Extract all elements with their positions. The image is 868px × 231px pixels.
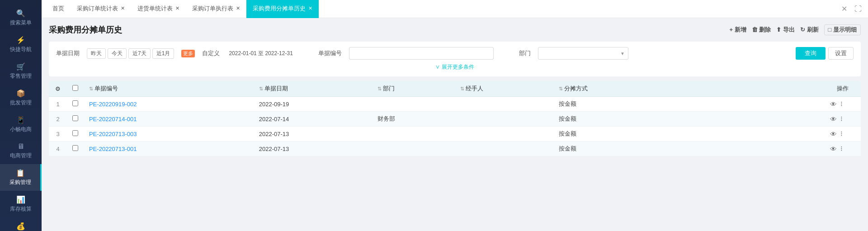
row-date: 2022-07-14 [254,112,373,127]
export-button[interactable]: ⬆ 导出 [776,26,795,34]
check-all-checkbox[interactable] [72,85,78,91]
main-table: ⚙ 单据编号 单据日期 部门 经手人 分摊方式 操作 1 PE-20220919… [49,81,861,156]
view-icon-2[interactable]: 👁 [830,115,837,123]
tab-close-purchase-exec[interactable]: ✕ [236,5,240,11]
date-btn-昨天[interactable]: 昨天 [87,48,106,59]
add-button[interactable]: + 新增 [729,26,746,34]
quick-nav-icon: ⚡ [16,36,25,44]
close-window-icon[interactable]: ✕ [840,4,849,14]
date-filter-label: 单据日期 [56,49,80,57]
dept-select[interactable] [538,47,628,60]
sidebar-item-purchase[interactable]: 📋采购管理 [0,164,42,191]
row-method: 按金额 [553,112,825,127]
sidebar-item-ecommerce[interactable]: 🖥电商管理 [0,138,42,164]
query-button[interactable]: 查询 [796,47,826,60]
more-icon-1[interactable]: ⁝ [840,100,843,108]
sidebar-item-quick-nav[interactable]: ⚡快捷导航 [0,31,42,58]
sidebar-item-inventory[interactable]: 📊库存核算 [0,191,42,217]
row-handler [455,97,553,112]
table-row: 4 PE-20220713-001 2022-07-13 按金额 👁 ⁝ [49,141,861,156]
sidebar-item-ecommerce-mini[interactable]: 📱小畅电商 [0,111,42,138]
check-all-th[interactable] [67,81,84,97]
row-dept [372,97,455,112]
more-icon-2[interactable]: ⁝ [840,115,843,123]
row-check[interactable] [67,127,84,141]
tab-purchase-order-stats[interactable]: 采购订单统计表✕ [71,0,131,18]
ecommerce-mini-icon: 📱 [16,116,25,124]
table-header: ⚙ 单据编号 单据日期 部门 经手人 分摊方式 操作 [49,81,861,97]
sidebar-item-label: 搜索菜单 [10,19,32,27]
ops-cell-1: 👁 ⁝ [830,100,855,108]
tab-label-purchase-cost-history: 采购费用分摊单历史 [253,5,306,13]
th-method[interactable]: 分摊方式 [553,81,825,97]
wholesale-icon: 📦 [16,89,25,98]
doc-no-link-2[interactable]: PE-20220714-001 [89,116,137,123]
row-checkbox-4[interactable] [72,145,78,151]
doc-no-link-1[interactable]: PE-20220919-002 [89,101,137,108]
refresh-button[interactable]: ↻ 刷新 [800,26,819,34]
row-method: 按金额 [553,127,825,141]
filter-settings-button[interactable]: 设置 [828,47,854,60]
sidebar-item-finance[interactable]: 💰资金管理 [0,217,42,231]
view-icon-4[interactable]: 👁 [830,145,837,153]
finance-icon: 💰 [16,222,25,231]
row-checkbox-3[interactable] [72,130,78,136]
row-check[interactable] [67,97,84,112]
th-doc-no[interactable]: 单据编号 [84,81,254,97]
purchase-icon: 📋 [16,169,25,177]
tab-close-purchase-cost-history[interactable]: ✕ [308,5,312,11]
row-ops: 👁 ⁝ [825,112,861,127]
row-checkbox-1[interactable] [72,100,78,106]
sidebar-item-label: 零售管理 [10,72,32,80]
tab-close-purchase-order-stats[interactable]: ✕ [121,5,125,11]
tab-purchase-cost-history[interactable]: 采购费用分摊单历史✕ [246,0,319,18]
retail-icon: 🛒 [16,62,25,71]
filter-action-buttons: 查询 设置 [796,47,854,60]
ops-cell-4: 👁 ⁝ [830,145,855,153]
view-icon-3[interactable]: 👁 [830,130,837,138]
row-handler [455,127,553,141]
sidebar-item-retail[interactable]: 🛒零售管理 [0,58,42,85]
dept-select-wrapper: ▼ [538,47,628,60]
row-date: 2022-09-19 [254,97,373,112]
doc-no-input[interactable] [349,47,494,60]
expand-row: ∨ 展开更多条件 [56,63,854,71]
view-icon-1[interactable]: 👁 [830,100,837,108]
more-date-tag[interactable]: 更多 [181,50,195,57]
filter-area: 单据日期 昨天今天近7天近1月 更多 自定义 2022-01-01 至 2022… [49,42,861,76]
custom-label[interactable]: 自定义 [202,49,220,57]
tab-goods-stats[interactable]: 进货单统计表✕ [131,0,186,18]
th-date[interactable]: 单据日期 [254,81,373,97]
sidebar-item-label: 电商管理 [10,152,32,160]
sidebar-item-search[interactable]: 🔍搜索菜单 [0,5,42,31]
expand-button[interactable]: ∨ 展开更多条件 [435,63,474,71]
tab-label-purchase-exec: 采购订单执行表 [192,5,233,13]
show-cols-button[interactable]: □ 显示明细 [824,24,861,35]
more-icon-4[interactable]: ⁝ [840,145,843,153]
th-dept[interactable]: 部门 [372,81,455,97]
date-btn-近7天[interactable]: 近7天 [128,48,151,59]
row-check[interactable] [67,112,84,127]
row-ops: 👁 ⁝ [825,97,861,112]
doc-no-link-3[interactable]: PE-20220713-003 [89,131,137,137]
delete-button[interactable]: 🗑 删除 [752,26,771,34]
row-doc-no: PE-20220919-002 [84,97,254,112]
doc-no-link-4[interactable]: PE-20220713-001 [89,146,137,152]
tab-bar-right: ✕ ⛶ [840,4,863,14]
sidebar-item-label: 快捷导航 [10,46,32,53]
row-check[interactable] [67,141,84,156]
date-btn-近1月[interactable]: 近1月 [152,48,175,59]
row-doc-no: PE-20220713-003 [84,127,254,141]
th-handler[interactable]: 经手人 [455,81,553,97]
page-header: 采购费用分摊单历史 + 新增 🗑 删除 ⬆ 导出 ↻ 刷新 □ 显示明细 [49,24,861,35]
tab-home[interactable]: 首页 [46,0,71,18]
tab-close-goods-stats[interactable]: ✕ [175,5,179,11]
more-icon-3[interactable]: ⁝ [840,130,843,138]
row-checkbox-2[interactable] [72,115,78,121]
table-container: ⚙ 单据编号 单据日期 部门 经手人 分摊方式 操作 1 PE-20220919… [49,81,861,156]
tab-purchase-exec[interactable]: 采购订单执行表✕ [186,0,246,18]
maximize-icon[interactable]: ⛶ [853,4,863,14]
date-btn-今天[interactable]: 今天 [108,48,127,59]
gear-th[interactable]: ⚙ [49,81,67,97]
sidebar-item-wholesale[interactable]: 📦批发管理 [0,85,42,111]
